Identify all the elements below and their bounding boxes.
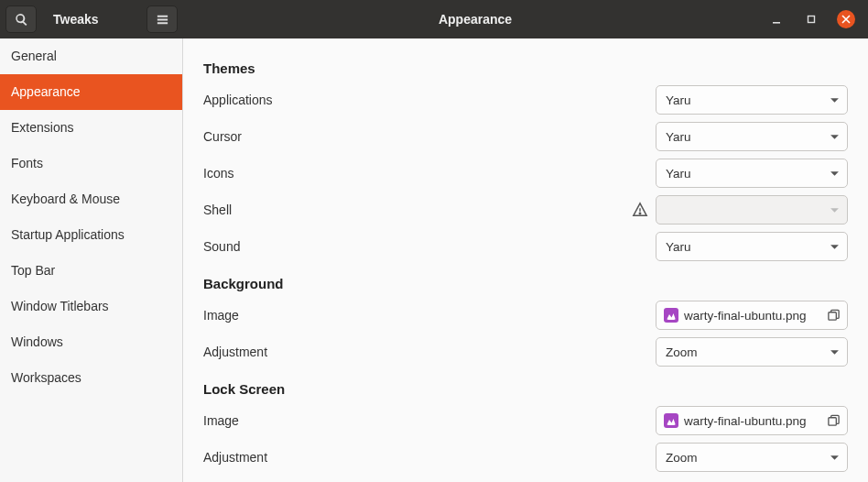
- maximize-icon: [806, 14, 817, 25]
- app-name: Tweaks: [53, 12, 99, 27]
- row-icons: Icons Yaru: [203, 155, 848, 192]
- combo-bg-adjustment[interactable]: Zoom: [656, 337, 848, 367]
- chevron-down-icon: [830, 453, 840, 463]
- minimize-button[interactable]: [767, 10, 786, 28]
- body: General Appearance Extensions Fonts Keyb…: [0, 38, 868, 482]
- titlebar-left: Tweaks: [0, 0, 183, 38]
- sidebar-item-top-bar[interactable]: Top Bar: [0, 253, 182, 289]
- combo-applications-value: Yaru: [666, 93, 830, 107]
- combo-shell: [656, 195, 848, 225]
- row-ls-adjustment: Adjustment Zoom: [203, 439, 848, 476]
- page-title: Appearance: [439, 12, 512, 27]
- label-icons: Icons: [203, 166, 656, 181]
- image-icon: [664, 413, 678, 428]
- chevron-down-icon: [830, 132, 840, 142]
- close-icon: [841, 15, 851, 24]
- combo-ls-adjustment-value: Zoom: [666, 451, 830, 465]
- file-chooser-ls-image[interactable]: warty-final-ubuntu.png: [656, 406, 848, 435]
- combo-sound-value: Yaru: [666, 240, 830, 254]
- row-ls-image: Image warty-final-ubuntu.png: [203, 402, 848, 439]
- sidebar-item-fonts[interactable]: Fonts: [0, 146, 182, 181]
- label-bg-adjustment: Adjustment: [203, 345, 656, 359]
- label-bg-image: Image: [203, 308, 656, 323]
- combo-bg-adjustment-value: Zoom: [666, 345, 830, 359]
- row-cursor: Cursor Yaru: [203, 118, 848, 155]
- combo-cursor-value: Yaru: [666, 130, 830, 144]
- chevron-down-icon: [830, 242, 840, 252]
- combo-applications[interactable]: Yaru: [656, 85, 848, 115]
- label-ls-adjustment: Adjustment: [203, 450, 656, 465]
- sidebar-item-appearance[interactable]: Appearance: [0, 74, 182, 110]
- section-heading-background: Background: [203, 276, 848, 291]
- image-icon: [664, 308, 678, 323]
- file-bg-image-value: warty-final-ubuntu.png: [684, 309, 825, 323]
- chevron-down-icon: [830, 95, 840, 105]
- chevron-down-icon: [830, 205, 840, 215]
- content: Themes Applications Yaru Cursor Yaru Ico…: [183, 38, 868, 482]
- search-button[interactable]: [5, 5, 37, 33]
- chevron-down-icon: [830, 347, 840, 357]
- chevron-down-icon: [830, 169, 840, 179]
- combo-icons-value: Yaru: [666, 167, 830, 181]
- sidebar-item-extensions[interactable]: Extensions: [0, 110, 182, 146]
- sidebar-item-workspaces[interactable]: Workspaces: [0, 360, 182, 396]
- search-icon: [15, 13, 28, 27]
- svg-point-3: [639, 213, 640, 214]
- combo-ls-adjustment[interactable]: Zoom: [656, 443, 848, 472]
- combo-cursor[interactable]: Yaru: [656, 122, 848, 151]
- svg-rect-4: [828, 312, 835, 319]
- section-heading-themes: Themes: [203, 60, 848, 76]
- file-ls-image-value: warty-final-ubuntu.png: [684, 414, 825, 428]
- titlebar-center: Appearance: [183, 12, 767, 27]
- section-heading-lockscreen: Lock Screen: [203, 381, 848, 397]
- sidebar-item-startup-applications[interactable]: Startup Applications: [0, 217, 182, 253]
- sidebar-item-window-titlebars[interactable]: Window Titlebars: [0, 289, 182, 324]
- minimize-icon: [771, 14, 782, 25]
- file-chooser-bg-image[interactable]: warty-final-ubuntu.png: [656, 301, 848, 330]
- svg-rect-1: [808, 16, 815, 23]
- shell-warning: [632, 202, 648, 218]
- label-ls-image: Image: [203, 413, 656, 428]
- combo-sound[interactable]: Yaru: [656, 232, 848, 261]
- row-applications: Applications Yaru: [203, 82, 848, 118]
- combo-icons[interactable]: Yaru: [656, 159, 848, 188]
- svg-rect-5: [828, 417, 835, 424]
- svg-rect-0: [773, 22, 780, 24]
- sidebar: General Appearance Extensions Fonts Keyb…: [0, 38, 183, 482]
- titlebar: Tweaks Appearance: [0, 0, 868, 38]
- browse-icon: [825, 412, 841, 429]
- sidebar-item-windows[interactable]: Windows: [0, 324, 182, 360]
- hamburger-icon: [156, 13, 169, 27]
- sidebar-item-general[interactable]: General: [0, 38, 182, 74]
- label-applications: Applications: [203, 93, 656, 107]
- maximize-button[interactable]: [802, 10, 820, 28]
- close-button[interactable]: [837, 10, 855, 28]
- label-shell: Shell: [203, 203, 632, 217]
- label-cursor: Cursor: [203, 129, 656, 144]
- row-sound: Sound Yaru: [203, 228, 848, 265]
- row-bg-adjustment: Adjustment Zoom: [203, 334, 848, 370]
- hamburger-button[interactable]: [146, 5, 178, 33]
- label-sound: Sound: [203, 239, 656, 254]
- browse-icon: [825, 307, 841, 323]
- warning-icon: [632, 202, 648, 218]
- sidebar-item-keyboard-mouse[interactable]: Keyboard & Mouse: [0, 181, 182, 217]
- row-shell: Shell: [203, 192, 848, 228]
- window-controls: [767, 10, 868, 28]
- row-bg-image: Image warty-final-ubuntu.png: [203, 297, 848, 334]
